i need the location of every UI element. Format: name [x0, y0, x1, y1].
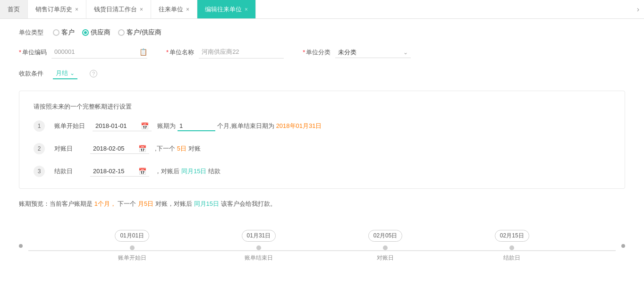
radio-both-label: 客户/供应商: [127, 28, 161, 37]
timeline-container: 01月01日 账单开始日 01月31日 账单结束日 02月05日 对账日 02月…: [19, 220, 625, 281]
highlight-date-1: 2018年01月31日: [276, 122, 322, 130]
date-field-2[interactable]: [93, 145, 136, 152]
row-number-2: 2: [34, 143, 45, 154]
date-input-3: 📅: [90, 167, 149, 177]
payment-row: 收款条件 月结 ⌄ ?: [19, 68, 625, 79]
cal-icon-2[interactable]: 📅: [138, 145, 146, 152]
cal-icon-1[interactable]: 📅: [141, 122, 149, 130]
timeline-node-3: 02月05日 对账日: [368, 230, 403, 262]
settings-box: 请按照未来的一个完整帐期进行设置 1 账单开始日 📅 账期为 个月,账单结束日期…: [19, 91, 625, 189]
date-field-1[interactable]: [95, 122, 138, 129]
radio-supplier-label: 供应商: [91, 28, 110, 37]
preview-suffix: 该客户会给我打款。: [221, 200, 276, 207]
unit-category-arrow: ⌄: [403, 49, 408, 56]
unit-category-select[interactable]: 未分类 ⌄: [335, 47, 411, 58]
timeline-node-4: 02月15日 结款日: [495, 230, 529, 262]
settings-row-3: 3 结款日 📅 ，对账后 同月15日 结款: [34, 166, 610, 177]
unit-name-group: *单位名称: [166, 46, 284, 59]
row-desc-2: ,下一个 5日 对账: [155, 144, 201, 153]
unit-category-value: 未分类: [338, 48, 403, 57]
unit-name-input[interactable]: [199, 46, 284, 57]
preview-text: 账期预览：当前客户账期是 1个月， 下一个 月5日 对账，对账后 同月15日 该…: [19, 198, 625, 209]
tab-cash-work[interactable]: 钱货日清工作台 ×: [86, 0, 151, 18]
tl-label-3: 对账日: [377, 254, 394, 262]
tab-partner[interactable]: 往来单位 ×: [151, 0, 197, 18]
unit-info-row: *单位编码 📋 *单位名称 *单位分类 未分类 ⌄: [19, 46, 625, 59]
settings-title: 请按照未来的一个完整帐期进行设置: [34, 102, 610, 111]
radio-both[interactable]: 客户/供应商: [118, 28, 161, 37]
row-desc-3: ，对账后 同月15日 结款: [155, 167, 220, 176]
row-number-3: 3: [34, 166, 45, 177]
tl-badge-3: 02月05日: [368, 230, 403, 242]
preview-date1: 月5日: [138, 200, 153, 207]
unit-code-label: *单位编码: [19, 48, 47, 57]
date-field-3[interactable]: [93, 168, 136, 175]
tab-more-arrow[interactable]: ›: [632, 0, 644, 18]
tl-badge-1: 01月01日: [115, 230, 149, 242]
tab-sales-history-label: 销售订单历史: [35, 5, 72, 14]
start-dot: [19, 244, 23, 248]
main-content: 单位类型 客户 供应商 客户/供应商 *单位编码 📋: [0, 19, 644, 287]
unit-type-radio-group: 客户 供应商 客户/供应商: [53, 28, 161, 37]
payment-terms-arrow: ⌄: [70, 70, 75, 76]
timeline-start-dot: [19, 244, 23, 248]
timeline-node-2: 01月31日 账单结束日: [242, 230, 276, 262]
unit-name-input-wrapper: [199, 46, 284, 59]
desc-suffix-3: 结款: [208, 167, 220, 176]
preview-middle: 下一个: [118, 200, 136, 207]
unit-type-label: 单位类型: [19, 28, 43, 37]
tl-label-1: 账单开始日: [118, 254, 146, 262]
tab-partner-label: 往来单位: [159, 5, 183, 14]
row-field-2: 对账日: [54, 144, 83, 153]
tl-label-4: 结款日: [503, 254, 520, 262]
row-field-1: 账单开始日: [54, 122, 85, 130]
desc-prefix-3: ，对账后: [155, 167, 179, 176]
tab-bar: 首页 销售订单历史 × 钱货日清工作台 × 往来单位 × 编辑往来单位 × ›: [0, 0, 644, 19]
tab-edit-partner-label: 编辑往来单位: [205, 5, 242, 14]
tl-dot-3: [383, 245, 388, 250]
unit-code-input[interactable]: [51, 46, 136, 57]
unit-category-label: *单位分类: [303, 48, 330, 57]
tab-cash-work-label: 钱货日清工作台: [94, 5, 137, 14]
tab-home[interactable]: 首页: [0, 0, 28, 18]
tab-sales-history[interactable]: 销售订单历史 ×: [28, 0, 86, 18]
close-edit-partner[interactable]: ×: [245, 6, 248, 13]
close-partner[interactable]: ×: [186, 6, 189, 13]
row-field-3: 结款日: [54, 167, 83, 176]
tl-label-2: 账单结束日: [245, 254, 273, 262]
payment-terms-label: 收款条件: [19, 69, 43, 78]
radio-supplier[interactable]: 供应商: [82, 28, 110, 37]
preview-period: 1个月，: [94, 200, 116, 207]
period-input[interactable]: [178, 121, 215, 131]
preview-section: 账期预览：当前客户账期是 1个月， 下一个 月5日 对账，对账后 同月15日 该…: [19, 198, 625, 281]
settings-row-1: 1 账单开始日 📅 账期为 个月,账单结束日期为 2018年01月31日: [34, 120, 610, 132]
radio-supplier-circle: [82, 29, 89, 36]
radio-customer[interactable]: 客户: [53, 28, 75, 37]
desc-suffix-2: 对账: [188, 144, 201, 153]
settings-row-2: 2 对账日 📅 ,下一个 5日 对账: [34, 143, 610, 154]
tl-dot-1: [130, 245, 135, 250]
timeline-end-dot: [621, 244, 625, 248]
close-cash-work[interactable]: ×: [140, 6, 143, 13]
row-desc-1: 账期为 个月,账单结束日期为 2018年01月31日: [157, 121, 322, 131]
unit-code-input-wrapper: 📋: [51, 46, 147, 59]
preview-middle2: 对账，对账后: [155, 200, 192, 207]
desc-prefix-1: 账期为: [157, 122, 176, 130]
radio-customer-label: 客户: [61, 28, 75, 37]
tl-dot-4: [509, 245, 514, 250]
close-sales-history[interactable]: ×: [75, 6, 78, 13]
payment-terms-value: 月结: [56, 69, 68, 77]
radio-both-circle: [118, 29, 125, 36]
date-input-2: 📅: [90, 144, 149, 154]
payment-terms-select[interactable]: 月结 ⌄: [53, 68, 77, 79]
timeline-node-1: 01月01日 账单开始日: [115, 230, 149, 262]
tab-home-label: 首页: [8, 5, 20, 14]
cal-icon-3[interactable]: 📅: [138, 168, 146, 175]
tab-edit-partner[interactable]: 编辑往来单位 ×: [197, 0, 256, 18]
row-number-1: 1: [34, 120, 45, 132]
payment-help-icon[interactable]: ?: [90, 70, 97, 77]
unit-code-icon[interactable]: 📋: [139, 48, 147, 56]
unit-type-row: 单位类型 客户 供应商 客户/供应商: [19, 28, 625, 37]
desc-suffix-1: 个月,账单结束日期为: [217, 122, 274, 130]
highlight-text-2: 5日: [177, 144, 186, 153]
